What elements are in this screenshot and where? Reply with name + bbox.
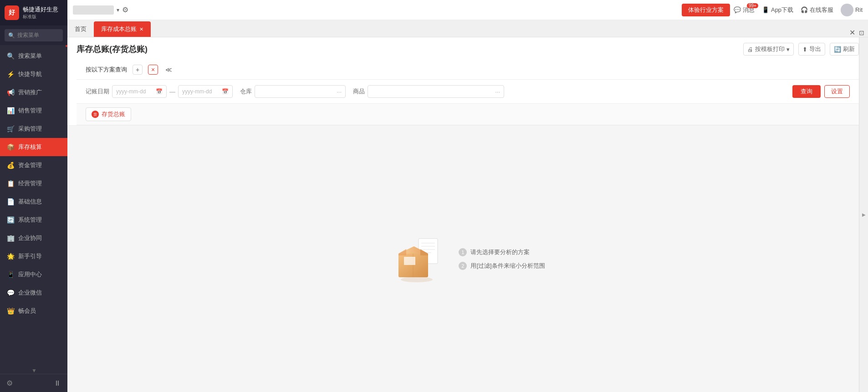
marketing-icon: 📢 xyxy=(6,89,15,96)
message-badge: 99+ xyxy=(747,3,758,8)
sidebar-item-wechat[interactable]: 💬 企业微信 xyxy=(0,284,67,302)
quick-nav-icon: ⚡ xyxy=(6,71,15,78)
logo-text: 畅捷通好生意 标准版 xyxy=(23,5,58,20)
sidebar-item-quick-nav[interactable]: ⚡ 快捷导航 xyxy=(0,65,67,83)
calendar-start-icon[interactable]: 📅 xyxy=(156,88,163,95)
filter-toggle-btn[interactable]: ≪ xyxy=(163,65,174,75)
sales-icon: 📊 xyxy=(6,107,15,114)
sidebar-item-vip[interactable]: 👑 畅会员 xyxy=(0,302,67,320)
sidebar-item-inventory[interactable]: 📦 库存核算 xyxy=(0,138,67,156)
purchase-icon: 🛒 xyxy=(6,125,15,132)
chevron-down-icon: ▾ xyxy=(117,7,119,13)
sidebar-footer: ⚙ ⏸ xyxy=(0,374,67,392)
collapse-sidebar-icon[interactable]: ⏸ xyxy=(54,379,61,387)
page-header: 库存总账(存货总账) 🖨 按模板打印 ▾ ⬆ 导出 🔄 刷新 xyxy=(67,37,868,126)
sidebar-item-enterprise[interactable]: 🏢 企业协同 xyxy=(0,229,67,247)
operations-icon: 📋 xyxy=(6,180,15,187)
query-btn[interactable]: 查询 xyxy=(792,85,821,98)
filter-row: 记账日期 yyyy-mm-dd 📅 — yyyy-mm-dd 📅 仓库 xyxy=(77,80,859,104)
refresh-icon: 🔄 xyxy=(834,46,841,53)
sidebar-scroll-down[interactable]: ▼ xyxy=(31,367,36,372)
warehouse-more-icon[interactable]: ··· xyxy=(337,88,342,95)
breadcrumb-placeholder xyxy=(73,5,114,15)
sidebar-item-marketing[interactable]: 📢 营销推广 xyxy=(0,83,67,102)
close-panel-icon[interactable]: ✕ xyxy=(849,28,855,37)
tab-inventory-cost[interactable]: 库存成本总账 ✕ xyxy=(94,21,151,37)
export-btn[interactable]: ⬆ 导出 xyxy=(798,43,825,56)
settings-btn[interactable]: 设置 xyxy=(824,85,850,98)
date-start-input[interactable]: yyyy-mm-dd 📅 xyxy=(112,85,167,98)
page-actions: 🖨 按模板打印 ▾ ⬆ 导出 🔄 刷新 xyxy=(743,43,859,56)
sidebar-item-sales[interactable]: 📊 销售管理 xyxy=(0,102,67,120)
date-end-input[interactable]: yyyy-mm-dd 📅 xyxy=(178,85,233,98)
top-header: ▾ ⚙ 体验行业方案 💬 消息 99+ 📱 App下载 🎧 在线客服 Rit xyxy=(67,0,868,20)
user-avatar-item[interactable]: Rit xyxy=(841,4,863,16)
sidebar-logo: 好 畅捷通好生意 标准版 xyxy=(0,0,67,25)
goods-label: 商品 xyxy=(353,87,365,96)
scheme-dot-icon: 货 xyxy=(92,111,99,118)
warehouse-filter-group: 仓库 ··· xyxy=(240,85,346,98)
sidebar-item-beginner[interactable]: 🌟 新手引导 xyxy=(0,247,67,265)
fund-icon: 💰 xyxy=(6,162,15,169)
filter-label: 按以下方案查询 xyxy=(86,66,127,74)
filter-bar: 按以下方案查询 + × ≪ xyxy=(77,60,859,80)
content-area: 库存总账(存货总账) 🖨 按模板打印 ▾ ⬆ 导出 🔄 刷新 xyxy=(67,37,868,392)
filter-collapse-btn[interactable]: × xyxy=(148,65,158,75)
sidebar-item-search-menu[interactable]: 🔍 搜索菜单 xyxy=(0,47,67,65)
app-center-icon: 📱 xyxy=(6,271,15,278)
tab-close-icon[interactable]: ✕ xyxy=(139,26,143,32)
export-icon: ⬆ xyxy=(802,46,807,53)
headset-icon: 🎧 xyxy=(801,6,808,13)
vip-icon: 👑 xyxy=(6,307,15,315)
sidebar-item-system[interactable]: 🔄 系统管理 xyxy=(0,211,67,229)
basic-info-icon: 📄 xyxy=(6,198,15,205)
sidebar-item-basic-info[interactable]: 📄 基础信息 xyxy=(0,193,67,211)
sidebar-search[interactable]: 🔍 搜索菜单 xyxy=(0,25,67,45)
svg-rect-11 xyxy=(404,257,415,265)
main-area: ▾ ⚙ 体验行业方案 💬 消息 99+ 📱 App下载 🎧 在线客服 Rit xyxy=(67,0,868,392)
logo-icon: 好 xyxy=(5,5,19,20)
sidebar: 好 畅捷通好生意 标准版 🔍 搜索菜单 🔍 搜索菜单 ⚡ 快捷导航 📢 营销推广… xyxy=(0,0,67,392)
goods-more-icon[interactable]: ··· xyxy=(495,88,500,95)
date-filter-group: 记账日期 yyyy-mm-dd 📅 — yyyy-mm-dd 📅 xyxy=(86,85,233,98)
message-icon: 💬 xyxy=(734,6,741,13)
tab-home[interactable]: 首页 xyxy=(67,21,94,37)
sidebar-item-fund[interactable]: 💰 资金管理 xyxy=(0,156,67,174)
empty-hints: 1 请先选择要分析的方案 2 用[过滤]条件来缩小分析范围 xyxy=(459,248,545,270)
sidebar-nav: 🔍 搜索菜单 ⚡ 快捷导航 📢 营销推广 📊 销售管理 🛒 采购管理 📦 库存核… xyxy=(0,47,67,366)
inventory-icon: 📦 xyxy=(6,143,15,151)
goods-select[interactable]: ··· xyxy=(368,85,504,98)
expand-icon[interactable]: ⊡ xyxy=(859,29,864,36)
warehouse-select[interactable]: ··· xyxy=(255,85,346,98)
app-download-item[interactable]: 📱 App下载 xyxy=(762,6,793,14)
search-menu-input[interactable]: 🔍 搜索菜单 xyxy=(5,29,63,41)
date-separator: — xyxy=(169,88,175,95)
scheme-selector: 货 存货总账 xyxy=(77,104,859,125)
message-item[interactable]: 💬 消息 99+ xyxy=(734,6,755,14)
date-label: 记账日期 xyxy=(86,87,109,96)
search-icon: 🔍 xyxy=(8,32,15,39)
panel-expand-icon[interactable]: ▶ xyxy=(861,212,866,217)
calendar-end-icon[interactable]: 📅 xyxy=(222,88,229,95)
refresh-btn[interactable]: 🔄 刷新 xyxy=(830,43,859,56)
print-btn[interactable]: 🖨 按模板打印 ▾ xyxy=(743,43,794,56)
empty-illustration xyxy=(390,232,445,286)
header-right: 💬 消息 99+ 📱 App下载 🎧 在线客服 Rit xyxy=(734,4,863,16)
settings-icon[interactable]: ⚙ xyxy=(6,379,13,387)
sidebar-item-purchase[interactable]: 🛒 采购管理 xyxy=(0,120,67,138)
industry-btn[interactable]: 体验行业方案 xyxy=(682,4,730,16)
filter-add-btn[interactable]: + xyxy=(133,65,143,75)
sidebar-item-app-center[interactable]: 📱 应用中心 xyxy=(0,265,67,284)
header-gear-icon[interactable]: ⚙ xyxy=(122,5,128,14)
breadcrumb-area: ▾ ⚙ xyxy=(73,5,678,15)
system-icon: 🔄 xyxy=(6,216,15,224)
enterprise-icon: 🏢 xyxy=(6,234,15,242)
empty-state: 1 请先选择要分析的方案 2 用[过滤]条件来缩小分析范围 xyxy=(67,126,868,392)
step-1-num: 1 xyxy=(459,248,467,256)
print-icon: 🖨 xyxy=(747,46,753,53)
online-service-item[interactable]: 🎧 在线客服 xyxy=(801,6,833,14)
svg-marker-8 xyxy=(398,249,406,255)
sidebar-item-operations[interactable]: 📋 经营管理 xyxy=(0,174,67,193)
empty-hint-2: 2 用[过滤]条件来缩小分析范围 xyxy=(459,262,545,270)
scheme-item-inventory[interactable]: 货 存货总账 xyxy=(86,107,131,121)
